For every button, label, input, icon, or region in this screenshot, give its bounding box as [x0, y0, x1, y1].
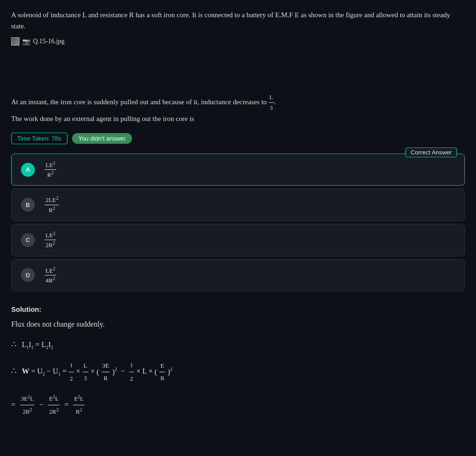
option-d-row[interactable]: D LE2 4R2 — [11, 259, 465, 292]
option-c-formula: LE2 2R2 — [44, 231, 57, 249]
correct-answer-label: Correct Answer — [405, 148, 457, 157]
option-d-formula: LE2 4R2 — [44, 266, 57, 285]
solution-line2: ∴ L1I1 = L2I2 — [11, 336, 465, 353]
question-text: A solenoid of inductance L and resistanc… — [11, 9, 465, 32]
option-b-formula: 2LE2 R2 — [44, 195, 60, 214]
solution-section: Solution: Flux does not change suddenly.… — [11, 305, 465, 418]
question-image: 📷 Q.15-16.jpg — [11, 37, 465, 46]
solution-line4: = 3E2L 2R2 − E2L 2R2 = E2L R2 — [11, 392, 465, 418]
solution-line1: Flux does not change suddenly. — [11, 318, 465, 331]
option-d-letter: D — [21, 268, 35, 282]
options-container: Correct Answer A LE2 R2 B 2LE2 R2 C LE2 … — [11, 154, 465, 292]
option-a-letter: A — [21, 163, 35, 177]
no-answer-badge: You didn't answer — [72, 133, 132, 144]
badges-row: Time Taken: 78s You didn't answer — [11, 133, 465, 144]
option-a-row[interactable]: Correct Answer A LE2 R2 — [11, 154, 465, 186]
option-c-row[interactable]: C LE2 2R2 — [11, 224, 465, 256]
option-b-row[interactable]: B 2LE2 R2 — [11, 188, 465, 221]
sub-question-text: At an instant, the iron core is suddenly… — [11, 92, 465, 125]
image-label: Q.15-16.jpg — [33, 38, 65, 45]
option-c-letter: C — [21, 233, 35, 247]
sub-text-line2: The work done by an external agent in pu… — [11, 113, 465, 125]
sub-text-line1: At an instant, the iron core is suddenly… — [11, 92, 465, 113]
image-icon: 📷 — [22, 38, 30, 46]
option-b-letter: B — [21, 198, 35, 212]
option-a-formula: LE2 R2 — [44, 161, 57, 179]
solution-line3: ∴ W = U2 − U1 = 1 2 × L 3 × ( 3E R )2 − … — [11, 359, 465, 385]
time-badge: Time Taken: 78s — [11, 133, 67, 144]
solution-label: Solution: — [11, 305, 465, 313]
